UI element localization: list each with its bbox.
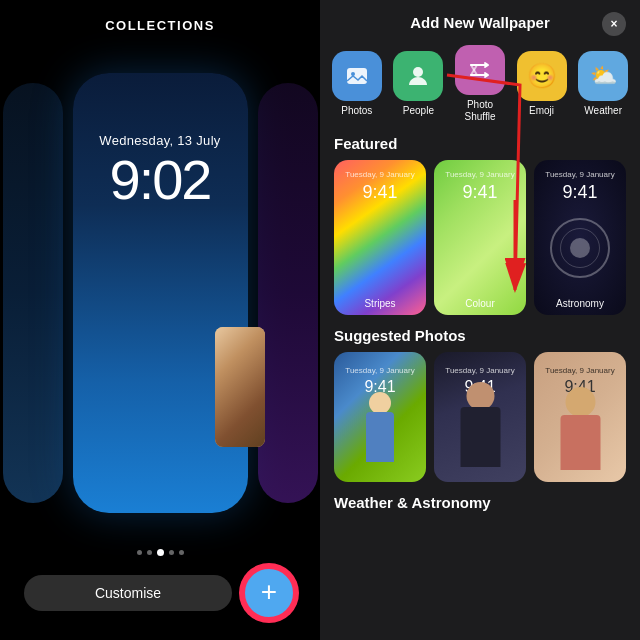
svg-point-2 [413,67,423,77]
photos-label: Photos [341,105,372,117]
left-panel: COLLECTIONS Wednesday, 13 July 9:02 Cust… [0,0,320,640]
suggested-cards-row: Tuesday, 9 January 9:41 Tuesday, 9 Janua… [320,352,640,482]
photo2-date: Tuesday, 9 January [434,366,526,375]
featured-cards-row: Tuesday, 9 January 9:41 Stripes Tuesday,… [320,160,640,315]
suggested-photo-1[interactable]: Tuesday, 9 January 9:41 [334,352,426,482]
phone-cards-container: Wednesday, 13 July 9:02 [0,49,320,537]
phone-card-right [258,83,318,503]
phone-card-left [3,83,63,503]
suggested-photo-3[interactable]: Tuesday, 9 January 9:41 [534,352,626,482]
shuffle-icon-circle [455,45,505,95]
suggested-photo-2[interactable]: Tuesday, 9 January 9:41 [434,352,526,482]
close-button[interactable]: × [602,12,626,36]
person1-body [366,412,394,462]
person3-body [560,415,600,470]
people-label: People [403,105,434,117]
customise-button[interactable]: Customise [24,575,232,611]
phone-date: Wednesday, 13 July [99,133,220,148]
type-people[interactable]: People [392,51,444,117]
shuffle-icon [467,57,493,83]
phone-time: 9:02 [110,152,211,208]
dot-5 [179,550,184,555]
weather-astronomy-title: Weather & Astronomy [320,492,640,517]
photos-icon [344,63,370,89]
stripes-card[interactable]: Tuesday, 9 January 9:41 Stripes [334,160,426,315]
person3-head [565,387,595,417]
featured-title: Featured [320,133,640,160]
astronomy-date: Tuesday, 9 January [534,170,626,179]
person1-figure [355,392,405,482]
phone-card-main: Wednesday, 13 July 9:02 [73,73,248,513]
photo3-date: Tuesday, 9 January [534,366,626,375]
astronomy-label: Astronomy [534,298,626,309]
bottom-bar: Customise + [0,566,320,620]
people-icon [405,63,431,89]
weather-icon-circle: ⛅ [578,51,628,101]
astronomy-card[interactable]: Tuesday, 9 January 9:41 Astronomy [534,160,626,315]
photo1-date: Tuesday, 9 January [334,366,426,375]
right-header: Add New Wallpaper × [320,0,640,41]
svg-rect-0 [347,68,367,84]
stripes-time: 9:41 [334,182,426,203]
colour-date: Tuesday, 9 January [434,170,526,179]
emoji-icon-circle: 😊 [517,51,567,101]
colour-label: Colour [434,298,526,309]
add-button[interactable]: + [242,566,296,620]
suggested-title: Suggested Photos [320,325,640,352]
emoji-label: Emoji [529,105,554,117]
dot-3-active [157,549,164,556]
person3-figure [553,387,608,482]
astronomy-time: 9:41 [534,182,626,203]
type-emoji[interactable]: 😊 Emoji [516,51,568,117]
collections-title: COLLECTIONS [105,18,215,33]
type-photos[interactable]: Photos [331,51,383,117]
dots-row [137,549,184,556]
close-icon: × [610,18,617,30]
person2-body [460,407,500,467]
dot-4 [169,550,174,555]
photo-shuffle-label: PhotoShuffle [465,99,496,123]
emoji-icon: 😊 [527,62,557,90]
people-icon-circle [393,51,443,101]
weather-icon: ⛅ [590,63,617,89]
type-photo-shuffle[interactable]: PhotoShuffle [454,45,506,123]
right-panel: Add New Wallpaper × Photos Peo [320,0,640,640]
type-icons-row: Photos People [320,41,640,133]
colour-card[interactable]: Tuesday, 9 January 9:41 Colour [434,160,526,315]
person2-figure [453,382,508,482]
person2-head [466,382,494,410]
type-weather[interactable]: ⛅ Weather [577,51,629,117]
dot-1 [137,550,142,555]
person-peek [215,327,265,447]
person1-head [369,392,391,414]
stripes-label: Stripes [334,298,426,309]
add-wallpaper-title: Add New Wallpaper [410,14,549,31]
weather-label: Weather [584,105,622,117]
add-icon: + [261,578,277,606]
colour-time: 9:41 [434,182,526,203]
dot-2 [147,550,152,555]
astronomy-visual [550,218,610,278]
stripes-date: Tuesday, 9 January [334,170,426,179]
photos-icon-circle [332,51,382,101]
